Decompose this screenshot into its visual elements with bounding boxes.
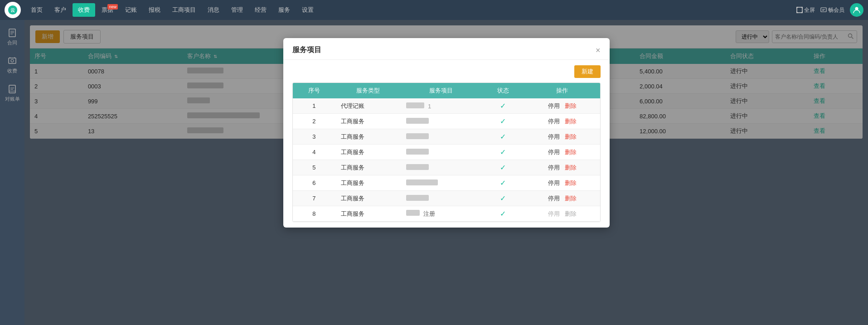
- service-items-table: 序号 服务类型 服务项目 状态 操作 1 代理记账: [293, 83, 600, 222]
- delete-button[interactable]: 删除: [565, 133, 577, 140]
- list-item: 3 工商服务 ✓ 停用 删除: [293, 129, 600, 145]
- user-avatar[interactable]: [850, 3, 863, 17]
- sidebar-item-bill[interactable]: 对账单: [1, 80, 24, 106]
- nav-tax[interactable]: 报税: [143, 3, 166, 17]
- nav-settings[interactable]: 设置: [296, 3, 319, 17]
- main-layout: 合同 收费 对账单: [0, 20, 868, 325]
- list-item: 7 工商服务 ✓ 停用 删除: [293, 191, 600, 206]
- modal-overlay: 服务项目 × 新建 序号 服务类型 服务项目: [24, 20, 868, 325]
- modal-new-button[interactable]: 新建: [574, 65, 601, 78]
- list-item: 8 工商服务 注册 ✓ 停用 删除: [293, 206, 600, 222]
- nav-bookkeeping[interactable]: 记账: [120, 3, 142, 17]
- fullscreen-button[interactable]: 全屏: [796, 6, 815, 14]
- delete-button[interactable]: 删除: [565, 102, 577, 109]
- modal-header: 服务项目 ×: [283, 38, 610, 60]
- nav-home[interactable]: 首页: [25, 3, 48, 17]
- nav-invoice[interactable]: 票据 new: [96, 3, 119, 17]
- stop-button[interactable]: 停用: [548, 210, 560, 217]
- modal-col-action: 操作: [524, 83, 600, 98]
- stop-button[interactable]: 停用: [548, 102, 560, 109]
- nav-message[interactable]: 消息: [202, 3, 225, 17]
- service-item-modal: 服务项目 × 新建 序号 服务类型 服务项目: [283, 38, 610, 228]
- list-item: 1 代理记账 1 ✓ 停用 删除: [293, 98, 600, 114]
- app-logo[interactable]: 云: [5, 2, 21, 18]
- nav-service[interactable]: 服务: [273, 3, 296, 17]
- content-area: 新增 服务项目 进行中 已完成 已终止: [24, 20, 868, 325]
- delete-button[interactable]: 删除: [565, 118, 577, 125]
- sidebar-item-contract[interactable]: 合同: [1, 24, 24, 50]
- modal-col-item: 服务项目: [401, 83, 481, 98]
- modal-col-type: 服务类型: [335, 83, 401, 98]
- nav-items: 首页 客户 收费 票据 new 记账 报税 工商项目 消息 管理 经营 服务 设…: [25, 3, 796, 17]
- svg-point-7: [11, 59, 14, 62]
- delete-button[interactable]: 删除: [565, 149, 577, 155]
- nav-manage[interactable]: 管理: [226, 3, 248, 17]
- fee-icon: [7, 55, 18, 66]
- new-badge: new: [107, 4, 118, 10]
- top-navigation: 云 首页 客户 收费 票据 new 记账 报税 工商项目 消息 管理 经营 服务…: [0, 0, 868, 20]
- stop-button[interactable]: 停用: [548, 179, 560, 186]
- modal-col-status: 状态: [482, 83, 525, 98]
- delete-button[interactable]: 删除: [565, 179, 577, 186]
- contract-icon: [7, 27, 18, 38]
- sidebar-item-fee[interactable]: 收费: [1, 52, 24, 78]
- list-item: 2 工商服务 ✓ 停用 删除: [293, 114, 600, 129]
- nav-right: 全屏 畅会员: [796, 3, 863, 17]
- modal-toolbar: 新建: [292, 65, 601, 78]
- list-item: 4 工商服务 ✓ 停用 删除: [293, 145, 600, 160]
- modal-table-body: 1 代理记账 1 ✓ 停用 删除: [293, 98, 600, 222]
- nav-fee[interactable]: 收费: [73, 3, 95, 17]
- modal-body: 新建 序号 服务类型 服务项目 状态 操作: [283, 60, 610, 228]
- delete-button[interactable]: 删除: [565, 195, 577, 202]
- stop-button[interactable]: 停用: [548, 195, 560, 202]
- modal-table-wrap[interactable]: 序号 服务类型 服务项目 状态 操作 1 代理记账: [292, 82, 601, 222]
- stop-button[interactable]: 停用: [548, 133, 560, 140]
- delete-button[interactable]: 删除: [565, 164, 577, 171]
- list-item: 6 工商服务 ✓ 停用 删除: [293, 175, 600, 191]
- delete-button[interactable]: 删除: [565, 210, 577, 217]
- nav-customer[interactable]: 客户: [49, 3, 72, 17]
- svg-text:云: 云: [10, 8, 15, 13]
- modal-close-button[interactable]: ×: [596, 46, 601, 54]
- member-button[interactable]: 畅会员: [820, 6, 844, 14]
- sidebar-contract-label: 合同: [7, 39, 17, 46]
- nav-business[interactable]: 工商项目: [167, 3, 201, 17]
- bill-icon: [7, 83, 18, 94]
- sidebar-bill-label: 对账单: [5, 96, 20, 102]
- stop-button[interactable]: 停用: [548, 164, 560, 171]
- left-sidebar: 合同 收费 对账单: [0, 20, 24, 325]
- list-item: 5 工商服务 ✓ 停用 删除: [293, 160, 600, 175]
- svg-rect-2: [797, 7, 802, 13]
- stop-button[interactable]: 停用: [548, 149, 560, 155]
- sidebar-fee-label: 收费: [7, 68, 17, 74]
- modal-title: 服务项目: [292, 45, 321, 55]
- nav-operation[interactable]: 经营: [249, 3, 272, 17]
- modal-col-seq: 序号: [293, 83, 336, 98]
- modal-table-header: 序号 服务类型 服务项目 状态 操作: [293, 83, 600, 98]
- stop-button[interactable]: 停用: [548, 118, 560, 125]
- svg-rect-6: [9, 58, 16, 63]
